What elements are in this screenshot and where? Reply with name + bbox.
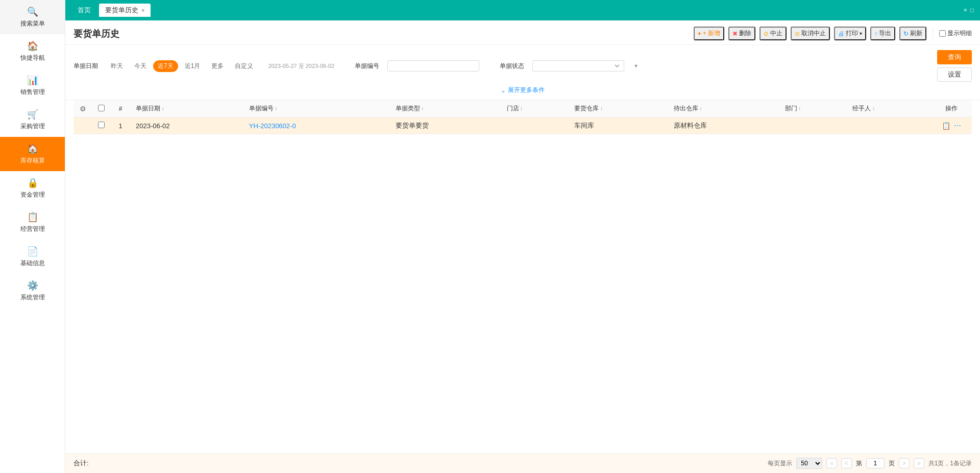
- show-detail-checkbox[interactable]: 显示明细: [939, 29, 972, 38]
- sidebar-item-label: 销售管理: [20, 88, 45, 97]
- inventory-icon: 🏠: [27, 143, 38, 154]
- select-all-checkbox[interactable]: [98, 105, 105, 111]
- sidebar-item-inventory[interactable]: 🏠 库存核算: [0, 137, 65, 171]
- data-table: ⚙ # 单据日期 单据编号 单据类型 门店 要货仓库 待出仓库 部门 经手人: [74, 100, 972, 134]
- row-handler: [847, 117, 931, 134]
- th-doc-type[interactable]: 单据类型: [390, 100, 502, 117]
- th-pending-warehouse[interactable]: 待出仓库: [669, 100, 780, 117]
- row-doc-no[interactable]: YH-20230602-0: [244, 117, 390, 134]
- tab-requisition-history-label: 要货单历史: [105, 6, 138, 15]
- sidebar-item-sys-mgmt[interactable]: ⚙️ 系统管理: [0, 274, 65, 308]
- close-tab-icon[interactable]: ×: [141, 7, 144, 13]
- stop-button[interactable]: ⊘ 中止: [760, 27, 787, 40]
- row-pending-warehouse: 原材料仓库: [669, 117, 780, 134]
- last-page-btn[interactable]: »: [914, 458, 924, 468]
- new-button[interactable]: + + 新增: [694, 27, 724, 40]
- sidebar-item-basic-info[interactable]: 📄 基础信息: [0, 240, 65, 274]
- date-btn-yesterday[interactable]: 昨天: [106, 60, 128, 72]
- cancel-stop-button[interactable]: ⊘ 取消中止: [791, 27, 830, 40]
- th-req-warehouse[interactable]: 要货仓库: [569, 100, 668, 117]
- table-wrapper: ⚙ # 单据日期 单据编号 单据类型 门店 要货仓库 待出仓库 部门 经手人: [65, 100, 980, 453]
- content-area: 要货单历史 + + 新增 ✖ 删除 ⊘ 中止 ⊘ 取消中止: [65, 20, 980, 473]
- page-size-label: 每页显示: [768, 459, 792, 468]
- sidebar-item-sales-mgmt[interactable]: 📊 销售管理: [0, 68, 65, 103]
- finance-icon: 🔒: [27, 177, 38, 188]
- th-dept[interactable]: 部门: [780, 100, 848, 117]
- th-doc-no[interactable]: 单据编号: [244, 100, 390, 117]
- filter-settings-button[interactable]: 设置: [937, 67, 972, 82]
- refresh-icon: ↻: [903, 30, 909, 37]
- filter-row-1: 单据日期 昨天 今天 近7天 近1月 更多 自定义 2023-05-27 至 2…: [74, 50, 972, 82]
- prev-page-btn[interactable]: <: [841, 458, 852, 468]
- sidebar-item-ops-mgmt[interactable]: 📋 经营管理: [0, 205, 65, 240]
- delete-button[interactable]: ✖ 删除: [728, 27, 755, 40]
- status-select[interactable]: [532, 60, 624, 72]
- sidebar-item-label: 系统管理: [20, 293, 45, 302]
- page-label-after: 页: [889, 459, 895, 468]
- sidebar-item-quick-nav[interactable]: 🏠 快捷导航: [0, 34, 65, 68]
- doc-no-input[interactable]: [387, 60, 479, 72]
- search-menu-icon: 🔍: [27, 6, 38, 17]
- export-icon: ↑: [874, 30, 877, 37]
- page-header: 要货单历史 + + 新增 ✖ 删除 ⊘ 中止 ⊘ 取消中止: [65, 20, 980, 45]
- window-maximize-btn[interactable]: □: [970, 7, 974, 14]
- row-more-icon[interactable]: ⋯: [953, 121, 962, 131]
- page-size-select[interactable]: 50 10 20 100: [796, 458, 822, 469]
- quick-nav-icon: 🏠: [27, 40, 38, 52]
- date-btn-today[interactable]: 今天: [130, 60, 151, 72]
- show-detail-input[interactable]: [939, 30, 946, 37]
- tab-requisition-history[interactable]: 要货单历史 ×: [99, 4, 151, 17]
- th-num: #: [110, 100, 131, 117]
- toolbar-divider: [933, 29, 933, 39]
- sidebar-item-finance-mgmt[interactable]: 🔒 资金管理: [0, 171, 65, 205]
- sales-icon: 📊: [27, 75, 38, 86]
- date-btn-more[interactable]: 更多: [207, 60, 228, 72]
- th-ops: 操作: [931, 100, 972, 117]
- th-store[interactable]: 门店: [502, 100, 570, 117]
- action-buttons: 查询 设置: [937, 50, 972, 82]
- window-close-btn[interactable]: ×: [964, 7, 967, 14]
- tab-home[interactable]: 首页: [71, 4, 97, 17]
- summary-label: 合计:: [74, 459, 89, 468]
- table-row: 1 2023-06-02 YH-20230602-0 要货单要货 车间库 原材料…: [74, 117, 972, 134]
- th-settings[interactable]: ⚙: [74, 100, 92, 117]
- next-page-btn[interactable]: >: [899, 458, 910, 468]
- refresh-button[interactable]: ↻ 刷新: [899, 27, 926, 40]
- th-date[interactable]: 单据日期: [131, 100, 244, 117]
- main-area: 首页 要货单历史 × × □ 要货单历史 + + 新增 ✖ 删除: [65, 0, 980, 473]
- date-btn-1month[interactable]: 近1月: [180, 60, 205, 72]
- sidebar-item-label: 搜索菜单: [20, 19, 45, 28]
- settings-icon[interactable]: ⚙: [80, 105, 86, 113]
- total-info: 共1页，1条记录: [928, 459, 972, 468]
- topbar-right-actions: × □: [964, 7, 974, 14]
- sidebar-item-label: 库存核算: [20, 156, 45, 165]
- print-dropdown-icon: ▾: [860, 31, 862, 36]
- ops-icon: 📋: [27, 211, 38, 223]
- page-label-before: 第: [856, 459, 862, 468]
- delete-icon: ✖: [732, 30, 738, 37]
- toolbar: + + 新增 ✖ 删除 ⊘ 中止 ⊘ 取消中止 🖨 打印: [694, 27, 972, 40]
- purchase-icon: 🛒: [27, 109, 38, 120]
- sidebar-item-search-menu[interactable]: 🔍 搜索菜单: [0, 0, 65, 34]
- row-edit-icon[interactable]: 📋: [941, 121, 951, 131]
- filter-area: 单据日期 昨天 今天 近7天 近1月 更多 自定义 2023-05-27 至 2…: [65, 45, 980, 100]
- th-handler[interactable]: 经手人: [847, 100, 931, 117]
- tab-home-label: 首页: [78, 6, 91, 15]
- expand-more-btn[interactable]: ⌄ 展开更多条件: [74, 86, 972, 94]
- row-store: [502, 117, 570, 134]
- row-dept: [780, 117, 848, 134]
- top-navbar: 首页 要货单历史 × × □: [65, 0, 980, 20]
- query-button[interactable]: 查询: [937, 50, 972, 64]
- stop-icon: ⊘: [764, 30, 769, 37]
- expand-label: 展开更多条件: [508, 86, 545, 94]
- date-btn-custom[interactable]: 自定义: [230, 60, 258, 72]
- first-page-btn[interactable]: «: [826, 458, 837, 468]
- row-checkbox[interactable]: [92, 117, 110, 134]
- sidebar-item-purchase-mgmt[interactable]: 🛒 采购管理: [0, 103, 65, 137]
- page-number-input[interactable]: [866, 458, 885, 468]
- print-button[interactable]: 🖨 打印 ▾: [834, 27, 866, 40]
- export-button[interactable]: ↑ 导出: [870, 27, 895, 40]
- row-settings: [74, 117, 92, 134]
- date-filter-label: 单据日期: [74, 62, 98, 70]
- date-btn-7days[interactable]: 近7天: [153, 60, 178, 72]
